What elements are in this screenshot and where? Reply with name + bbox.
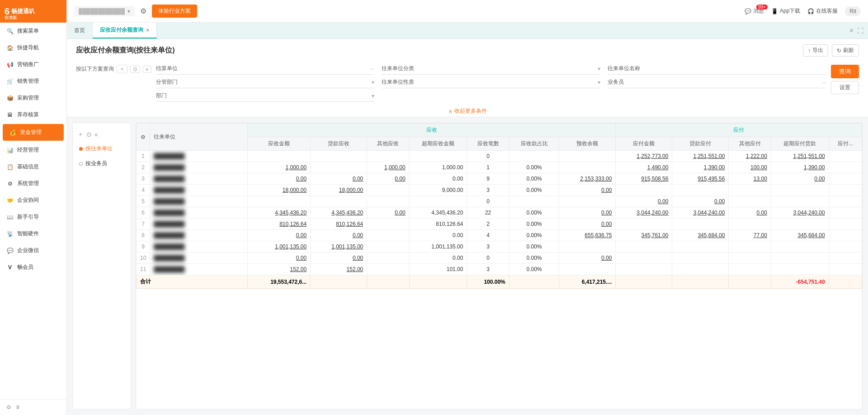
solution-btn[interactable]: 体验行业方案 [152,5,197,18]
left-panel-header: ＋ ⊙ « [73,128,131,141]
tab-close-window-icon[interactable]: × [849,27,854,35]
sidebar-item-sales[interactable]: 🛒 销售管理 [0,73,66,90]
row-no: 9 [137,241,150,253]
app-download-btn[interactable]: 📱 App下载 [771,7,800,15]
address-text: ████████████ [79,8,125,14]
col-ap-other: 其他应付 [729,137,771,151]
row-no: 3 [137,173,150,185]
footer-ar-loan [311,275,367,289]
sidebar-label-onboarding: 新手引导 [17,213,39,221]
salesman-label: 业务员 [608,78,624,86]
chevron-dept2: ▾ [372,93,374,99]
tab-maximize-icon[interactable]: ⛶ [857,27,863,34]
sidebar-item-sys-mgmt[interactable]: ⚙ 系统管理 [0,175,66,192]
row-no: 8 [137,230,150,241]
address-bar[interactable]: ████████████ ▾ [74,6,135,16]
dept-label: 部门 [156,92,167,100]
username: Rit [849,8,856,14]
sidebar-label-collab: 企业协同 [17,196,39,204]
app-version: 标准版 [5,15,17,21]
inactive-dot-icon [79,162,83,166]
footer-ap-more [829,275,862,289]
page-title-row: 应收应付余额查询(按往来单位) ↑ 导出 ↻ 刷新 [76,44,859,57]
chevron-partner-cat: ▾ [598,66,600,72]
tab-ar-query[interactable]: 应收应付余额查询 × [93,23,157,38]
row-no: 6 [137,207,150,219]
col-group-ar: 应收 [247,124,616,137]
filter-area: 按以下方案查询 ＋ ⊙ « 结算单位 ··· [76,60,859,117]
edit-scheme-left-btn[interactable]: ⊙ [86,131,92,138]
by-partner-label: 按往来单位 [85,145,113,153]
sidebar-item-enterprise-collab[interactable]: 🤝 企业协同 [0,192,66,209]
left-panel-item-by-partner[interactable]: 按往来单位 [73,141,131,156]
query-btn[interactable]: 查询 [831,65,859,78]
footer-ap-overdue: -654,751.40 [771,275,829,289]
online-service-btn[interactable]: 🎧 在线客服 [807,7,838,15]
active-dot-icon [79,147,83,151]
capital-icon: 💰 [9,129,16,136]
filter-partner-cat: 往来单位分类 ▾ [382,65,600,75]
settlement-dots[interactable]: ··· [370,66,374,72]
row-no: 2 [137,162,150,173]
tab-close-icon[interactable]: × [146,27,149,33]
sidebar-item-basic-info[interactable]: 📋 基础信息 [0,158,66,175]
sidebar-item-operations[interactable]: 📊 经营管理 [0,142,66,158]
sidebar-item-enterprise-wechat[interactable]: 💬 企业微信 [0,242,66,259]
footer-ar-amount: 19,553,472,6... [247,275,310,289]
main: ████████████ ▾ ⚙ 体验行业方案 💬 消息 99+ 📱 App下载… [67,0,868,415]
table-settings-icon[interactable]: ⚙ [141,134,146,140]
sidebar-item-onboarding[interactable]: 📖 新手引导 [0,209,66,225]
filter-department: 部门 ▾ [156,92,375,102]
data-table: ⚙ 往来单位 应收 应付 应收金额 贷款应收 其他应收 超期应收金额 应收笔数 [136,123,862,289]
add-scheme-btn[interactable]: ＋ [117,65,127,73]
table-row: 1████████01,252,773.001,251,551.001,222.… [137,151,862,162]
settings-btn[interactable]: 设置 [831,81,859,94]
partner-nature-label: 往来单位性质 [382,78,414,86]
sidebar-item-inventory[interactable]: 🏛 库存核算 [0,106,66,123]
table-row: 2████████1,000.001,000.001,000.0010.00%1… [137,162,862,173]
col-ap-loan: 贷款应付 [672,137,729,151]
edit-scheme-btn[interactable]: ⊙ [130,66,140,73]
user-avatar[interactable]: Rit [845,6,861,16]
collapse-icon[interactable]: ⏸ [15,404,20,410]
collab-icon: 🤝 [6,197,14,204]
col-ar-loan: 贷款应收 [311,137,367,151]
sidebar-item-members[interactable]: V 畅会员 [0,259,66,276]
sidebar-item-quick-nav[interactable]: 🏠 快捷导航 [0,39,66,56]
refresh-btn[interactable]: ↻ 刷新 [832,44,859,57]
col-settings[interactable]: ⚙ [137,124,150,151]
sidebar-label-marketing: 营销推广 [17,61,39,68]
col-ar-count: 应收笔数 [467,137,509,151]
sales-icon: 🛒 [6,78,14,85]
collapse-more-btn[interactable]: ∧ 收起更多条件 [76,105,859,117]
sidebar-item-marketing[interactable]: 📢 营销推广 [0,56,66,73]
table-row: 10████████0.000.000.0000.00%0.00 [137,253,862,264]
col-ar-ratio: 应收款占比 [509,137,559,151]
left-panel: ＋ ⊙ « 按往来单位 按业务员 [72,123,131,410]
back-scheme-left-btn[interactable]: « [94,131,98,138]
sidebar-item-search-menu[interactable]: 🔍 搜索菜单 [0,23,66,39]
message-btn[interactable]: 💬 消息 99+ [745,7,764,15]
row-no: 4 [137,185,150,196]
tab-bar: 首页 应收应付余额查询 × × ⛶ [67,23,868,39]
export-btn[interactable]: ↑ 导出 [803,44,828,57]
gear-icon[interactable]: ⚙ [140,7,146,15]
sidebar-item-smart-hw[interactable]: 📡 智能硬件 [0,225,66,242]
filter-grid: 结算单位 ··· 往来单位分类 ▾ 往来单位名称 [156,65,826,102]
gear-bottom-icon[interactable]: ⚙ [6,404,11,410]
table-row: 11████████152.00152.00101.0030.00% [137,264,862,275]
salesman-dots[interactable]: ··· [822,79,826,86]
table-row: 7████████810,126.64810,126.64810,126.642… [137,219,862,230]
sidebar-item-capital[interactable]: 💰 资金管理 [3,124,64,141]
tab-home[interactable]: 首页 [67,23,93,38]
tab-home-label: 首页 [74,27,85,34]
left-panel-item-by-salesman[interactable]: 按业务员 [73,156,131,171]
filter-partner-name: 往来单位名称 [608,65,826,75]
sidebar-label-capital: 资金管理 [20,129,42,136]
add-scheme-left-btn[interactable]: ＋ [77,130,84,138]
table-wrapper: ⚙ 往来单位 应收 应付 应收金额 贷款应收 其他应收 超期应收金额 应收笔数 [136,123,863,410]
back-scheme-btn[interactable]: « [143,66,151,73]
refresh-icon: ↻ [837,48,841,54]
row-no: 1 [137,151,150,162]
sidebar-item-purchase[interactable]: 📦 采购管理 [0,90,66,106]
